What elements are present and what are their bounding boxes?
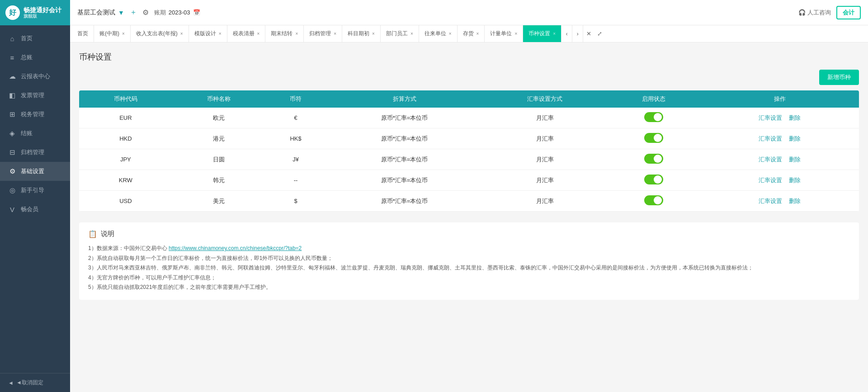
notes-item-1: 2）系统自动获取每月第一个工作日的汇率标价，统一为直接标价法，即1外币可以兑换的… [88,254,850,264]
delete-link-4[interactable]: 删除 [789,198,801,204]
company-name: 基层工会测试 [77,9,115,17]
rate-setting-link-0[interactable]: 汇率设置 [759,114,782,121]
toggle-4[interactable] [644,195,663,205]
cell-symbol-1: HK$ [265,128,326,149]
sidebar-item-archive[interactable]: ⊟ 归档管理 [0,143,70,162]
sidebar-item-newbie[interactable]: ◎ 新手引导 [0,181,70,200]
tab-units-close[interactable]: × [514,31,517,36]
notes-title-text: 说明 [101,230,114,238]
tab-expand-button[interactable]: ⤢ [594,25,605,43]
toggle-track-4 [644,195,663,205]
tab-contacts-close[interactable]: × [449,31,452,36]
sidebar-item-home[interactable]: ⌂ 首页 [0,29,70,48]
tab-contacts-label: 往来单位 [425,30,446,38]
toggle-track-2 [644,154,663,164]
cell-rate-method-0: 月汇率 [482,108,607,128]
tab-income-close[interactable]: × [180,31,183,36]
toggle-2[interactable] [644,154,663,164]
notes-item-0: 1）数据来源：中国外汇交易中心 https://www.chinamoney.c… [88,244,850,254]
notes-link[interactable]: https://www.chinamoney.com.cn/chinese/bk… [169,245,302,251]
period-selector[interactable]: 账期 2023-03 📅 [154,9,200,17]
tab-close-all-button[interactable]: ✕ [583,25,594,43]
sidebar-item-settings[interactable]: ⚙ 基础设置 [0,162,70,181]
tab-subjects[interactable]: 科目期初 × [342,25,381,43]
toggle-3[interactable] [644,175,663,184]
archive-icon: ⊟ [8,148,16,156]
toggle-track-1 [644,133,663,143]
tab-template-label: 模版设计 [194,30,216,38]
sidebar-label-reports: 云报表中心 [21,72,50,80]
tab-tax[interactable]: 税表清册 × [227,25,266,43]
cell-toggle-2[interactable] [607,149,700,170]
delete-link-0[interactable]: 删除 [789,114,801,121]
tab-period-close[interactable]: × [122,31,125,36]
tab-subjects-close[interactable]: × [372,31,375,36]
cell-toggle-4[interactable] [607,191,700,212]
cell-name-0: 欧元 [172,108,265,128]
tab-contacts[interactable]: 往来单位 × [419,25,458,43]
company-selector[interactable]: 基层工会测试 ▼ [77,9,124,17]
company-settings-icon[interactable]: ⚙ [142,8,149,17]
tab-archive[interactable]: 归档管理 × [304,25,342,43]
tab-period-end-close[interactable]: × [295,31,298,36]
cell-calc-3: 原币*汇率=本位币 [326,170,483,191]
cell-rate-method-1: 月汇率 [482,128,607,149]
settings-icon: ⚙ [8,167,16,175]
tab-units[interactable]: 计量单位 × [485,25,523,43]
tab-archive-close[interactable]: × [334,31,336,36]
tab-dept[interactable]: 部门员工 × [381,25,419,43]
accounting-button[interactable]: 会计 [836,6,861,19]
sidebar-label-archive: 归档管理 [21,148,44,156]
tab-prev-button[interactable]: ‹ [561,25,572,43]
sidebar-pin-toggle[interactable]: ◄ ◄取消固定 [0,373,70,392]
delete-link-1[interactable]: 删除 [789,135,801,142]
sidebar: 好 畅捷通好会计 旗舰版 ⌂ 首页 ≡ 总账 ☁ 云报表中心 ◧ 发票管理 ⊞ … [0,0,70,392]
cell-name-2: 日圆 [172,149,265,170]
cell-rate-method-3: 月汇率 [482,170,607,191]
cell-toggle-0[interactable] [607,108,700,128]
tab-currency[interactable]: 币种设置 × [523,25,561,43]
toggle-0[interactable] [644,112,663,122]
sidebar-item-checkout[interactable]: ◈ 结账 [0,124,70,143]
cell-actions-1: 汇率设置 删除 [700,128,859,149]
tab-inventory-close[interactable]: × [476,31,479,36]
rate-setting-link-4[interactable]: 汇率设置 [759,198,782,204]
tab-home[interactable]: 首页 [72,25,94,43]
sidebar-label-ledger: 总账 [21,53,33,61]
cell-actions-3: 汇率设置 删除 [700,170,859,191]
tab-currency-close[interactable]: × [553,31,556,36]
cell-symbol-2: J¥ [265,149,326,170]
col-header-rate-method: 汇率设置方式 [482,90,607,108]
new-currency-button[interactable]: 新增币种 [819,70,859,85]
toggle-1[interactable] [644,133,663,143]
tab-bar: 首页 账(中期) × 收入支出表(年报) × 模版设计 × 税表清册 × 期末结… [70,25,868,43]
tab-period[interactable]: 账(中期) × [94,25,131,43]
delete-link-2[interactable]: 删除 [789,156,801,163]
tab-template[interactable]: 模版设计 × [189,25,227,43]
sidebar-item-reports[interactable]: ☁ 云报表中心 [0,67,70,86]
tab-dept-close[interactable]: × [410,31,413,36]
rate-setting-link-1[interactable]: 汇率设置 [759,135,782,142]
tab-inventory[interactable]: 存货 × [458,25,485,43]
tab-tax-close[interactable]: × [257,31,260,36]
delete-link-3[interactable]: 删除 [789,177,801,184]
sidebar-item-tax[interactable]: ⊞ 税务管理 [0,105,70,124]
main-area: 基层工会测试 ▼ ＋ ⚙ 账期 2023-03 📅 🎧 人工咨询 会计 首页 账… [70,0,868,392]
tab-archive-label: 归档管理 [309,30,331,38]
sidebar-item-invoice[interactable]: ◧ 发票管理 [0,86,70,105]
rate-setting-link-3[interactable]: 汇率设置 [759,177,782,184]
tab-next-button[interactable]: › [572,25,583,43]
consult-button[interactable]: 🎧 人工咨询 [798,9,831,17]
add-company-icon[interactable]: ＋ [130,8,137,17]
cell-toggle-3[interactable] [607,170,700,191]
sidebar-item-ledger[interactable]: ≡ 总账 [0,48,70,67]
sidebar-item-member[interactable]: V 畅会员 [0,200,70,219]
sidebar-logo: 好 畅捷通好会计 旗舰版 [0,0,70,25]
tab-income-label: 收入支出表(年报) [136,30,178,38]
cell-toggle-1[interactable] [607,128,700,149]
tab-period-end[interactable]: 期末结转 × [265,25,304,43]
tab-template-close[interactable]: × [219,31,222,36]
tab-income[interactable]: 收入支出表(年报) × [131,25,189,43]
cell-rate-method-4: 月汇率 [482,191,607,212]
rate-setting-link-2[interactable]: 汇率设置 [759,156,782,163]
